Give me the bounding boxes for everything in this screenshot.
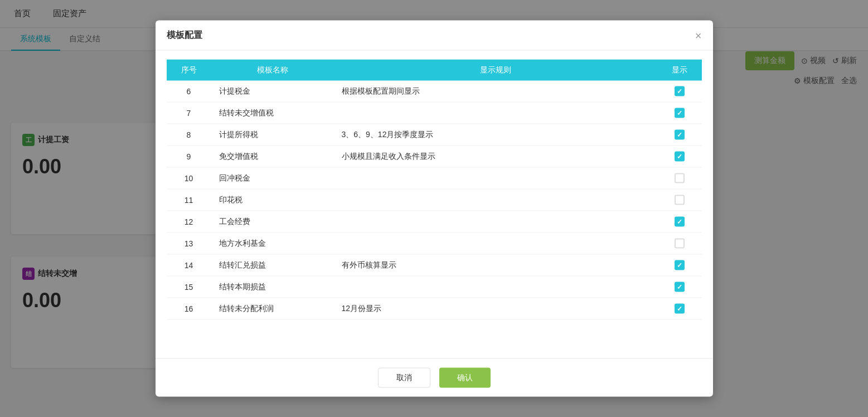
confirm-button[interactable]: 确认 — [439, 368, 491, 388]
col-header-name: 模板名称 — [211, 60, 334, 81]
row-rule — [334, 232, 657, 254]
row-name: 结转本期损益 — [211, 276, 334, 298]
table-row: 16结转未分配利润12月份显示 — [167, 298, 702, 319]
row-display-cell — [657, 102, 702, 124]
row-rule — [334, 189, 657, 211]
row-rule: 有外币核算显示 — [334, 254, 657, 276]
row-name: 回冲税金 — [211, 167, 334, 189]
row-rule — [334, 276, 657, 298]
table-row: 14结转汇兑损益有外币核算显示 — [167, 254, 702, 276]
cancel-button[interactable]: 取消 — [378, 368, 430, 388]
row-index: 9 — [167, 146, 211, 167]
table-row: 7结转未交增值税 — [167, 102, 702, 124]
row-name: 地方水利基金 — [211, 232, 334, 254]
row-checkbox[interactable] — [675, 108, 685, 118]
table-row: 6计提税金根据模板配置期间显示 — [167, 81, 702, 103]
row-display-cell — [657, 254, 702, 276]
table-row: 15结转本期损益 — [167, 276, 702, 298]
row-display-cell — [657, 124, 702, 146]
row-rule: 3、6、9、12月按季度显示 — [334, 124, 657, 146]
modal-footer: 取消 确认 — [156, 358, 713, 397]
modal-close-button[interactable]: × — [695, 30, 702, 41]
row-index: 13 — [167, 232, 211, 254]
modal-template-config: 模板配置 × 序号 模板名称 显示规则 显示 6计提税金根据模板配置期间显示7结… — [156, 21, 713, 397]
row-index: 14 — [167, 254, 211, 276]
row-name: 免交增值税 — [211, 146, 334, 167]
row-display-cell — [657, 211, 702, 232]
row-index: 12 — [167, 211, 211, 232]
row-display-cell — [657, 167, 702, 189]
row-name: 结转未交增值税 — [211, 102, 334, 124]
table-row: 11印花税 — [167, 189, 702, 211]
row-checkbox[interactable] — [675, 282, 685, 292]
row-index: 16 — [167, 298, 211, 319]
row-checkbox[interactable] — [675, 86, 685, 96]
row-index: 11 — [167, 189, 211, 211]
row-rule: 根据模板配置期间显示 — [334, 81, 657, 103]
row-display-cell — [657, 81, 702, 103]
row-index: 10 — [167, 167, 211, 189]
col-header-rule: 显示规则 — [334, 60, 657, 81]
row-checkbox[interactable] — [675, 130, 685, 140]
col-header-index: 序号 — [167, 60, 211, 81]
row-display-cell — [657, 298, 702, 319]
row-checkbox[interactable] — [675, 152, 685, 162]
table-row: 10回冲税金 — [167, 167, 702, 189]
table-row: 9免交增值税小规模且满足收入条件显示 — [167, 146, 702, 167]
row-name: 工会经费 — [211, 211, 334, 232]
row-display-cell — [657, 189, 702, 211]
col-header-display: 显示 — [657, 60, 702, 81]
row-index: 8 — [167, 124, 211, 146]
row-rule — [334, 211, 657, 232]
modal-body: 序号 模板名称 显示规则 显示 6计提税金根据模板配置期间显示7结转未交增值税8… — [156, 51, 713, 358]
row-display-cell — [657, 232, 702, 254]
config-table: 序号 模板名称 显示规则 显示 6计提税金根据模板配置期间显示7结转未交增值税8… — [167, 60, 702, 320]
row-checkbox[interactable] — [675, 239, 685, 249]
row-display-cell — [657, 146, 702, 167]
row-rule: 12月份显示 — [334, 298, 657, 319]
row-checkbox[interactable] — [675, 260, 685, 270]
row-name: 印花税 — [211, 189, 334, 211]
table-row: 12工会经费 — [167, 211, 702, 232]
row-index: 6 — [167, 81, 211, 103]
row-index: 7 — [167, 102, 211, 124]
row-name: 计提所得税 — [211, 124, 334, 146]
modal-scroll-area[interactable]: 序号 模板名称 显示规则 显示 6计提税金根据模板配置期间显示7结转未交增值税8… — [167, 60, 702, 350]
row-rule: 小规模且满足收入条件显示 — [334, 146, 657, 167]
row-display-cell — [657, 276, 702, 298]
row-checkbox[interactable] — [675, 217, 685, 227]
row-index: 15 — [167, 276, 211, 298]
row-name: 结转未分配利润 — [211, 298, 334, 319]
row-rule — [334, 167, 657, 189]
row-checkbox[interactable] — [675, 195, 685, 205]
table-row: 8计提所得税3、6、9、12月按季度显示 — [167, 124, 702, 146]
row-name: 结转汇兑损益 — [211, 254, 334, 276]
row-rule — [334, 102, 657, 124]
table-row: 13地方水利基金 — [167, 232, 702, 254]
table-header-row: 序号 模板名称 显示规则 显示 — [167, 60, 702, 81]
row-checkbox[interactable] — [675, 173, 685, 183]
row-name: 计提税金 — [211, 81, 334, 103]
row-checkbox[interactable] — [675, 304, 685, 314]
modal-title: 模板配置 — [167, 30, 202, 41]
modal-header: 模板配置 × — [156, 21, 713, 51]
